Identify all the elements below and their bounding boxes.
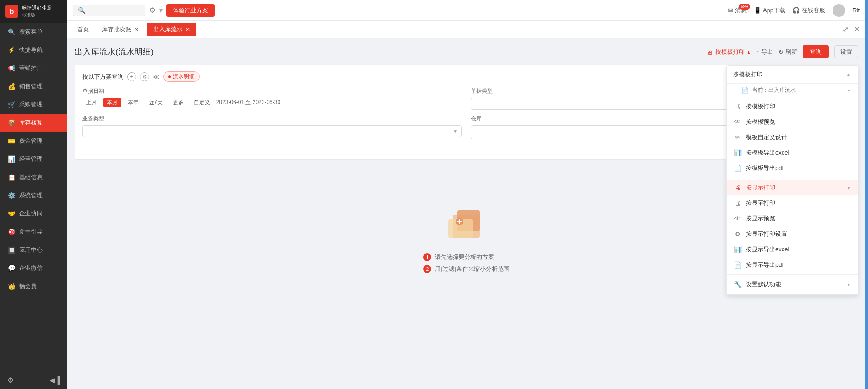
tab-close-icon[interactable]: ✕ xyxy=(185,26,190,33)
sidebar-item-label: 新手引导 xyxy=(19,228,43,236)
filter-tag[interactable]: 流水明细 xyxy=(163,71,200,82)
tag-dot xyxy=(168,75,171,78)
sidebar-item-search[interactable]: 🔍 搜索菜单 xyxy=(0,23,67,41)
tab-batch[interactable]: 库存批次账 ✕ xyxy=(95,23,145,36)
item-label: 按模板预览 xyxy=(746,118,775,126)
date-7days-btn[interactable]: 近7天 xyxy=(145,98,166,107)
gear-icon[interactable]: ⚙ xyxy=(149,6,155,15)
export-btn[interactable]: ↑ 导出 xyxy=(757,48,773,56)
avatar[interactable] xyxy=(833,4,845,17)
filter-add-btn[interactable]: + xyxy=(127,72,136,81)
refresh-btn[interactable]: ↻ 刷新 xyxy=(778,48,797,56)
query-label: 查询 xyxy=(810,48,822,56)
display-preview-item[interactable]: 👁 按显示预览 xyxy=(727,211,858,226)
sidebar-item-label: 经营管理 xyxy=(19,155,43,163)
sidebar-item-marketing[interactable]: 📢 营销推广 xyxy=(0,59,67,77)
purchase-icon: 🛒 xyxy=(7,100,15,109)
settings-icon[interactable]: ⚙ xyxy=(7,376,14,384)
search-box[interactable]: 🔍 xyxy=(73,5,145,16)
sidebar-item-quicknav[interactable]: ⚡ 快捷导航 xyxy=(0,41,67,59)
date-custom-btn[interactable]: 自定义 xyxy=(190,98,214,107)
chevron-down-icon: ▾ xyxy=(454,128,457,135)
pdf-icon: 📄 xyxy=(734,165,741,172)
date-year-btn[interactable]: 本年 xyxy=(124,98,142,107)
template-excel-item[interactable]: 📊 按模板导出excel xyxy=(727,145,858,160)
empty-step-1: 1 请先选择要分析的方案 xyxy=(423,251,509,263)
settings-btn[interactable]: 设置 xyxy=(834,45,858,58)
sidebar-item-label: 搜索菜单 xyxy=(19,28,43,36)
collab-icon: 🤝 xyxy=(7,209,15,218)
chevron-up-icon[interactable]: ▲ xyxy=(846,71,851,78)
biz-type-select[interactable]: ▾ xyxy=(82,125,462,137)
sidebar-item-label: 畅会员 xyxy=(19,282,37,290)
filter-collapse-icon[interactable]: ≪ xyxy=(153,73,160,80)
message-icon: ✉ xyxy=(728,7,733,14)
wechat-icon: 💬 xyxy=(7,264,15,272)
sidebar-item-inventory[interactable]: 📦 库存核算 xyxy=(0,114,67,132)
display-print-item[interactable]: 🖨 按显示打印 xyxy=(727,195,858,211)
sidebar-item-member[interactable]: 👑 畅会员 xyxy=(0,277,67,295)
print-icon: 🖨 xyxy=(734,103,741,110)
item-label: 按模板打印 xyxy=(746,102,775,110)
sidebar-item-wechat[interactable]: 💬 企业微信 xyxy=(0,259,67,277)
template-preview-item[interactable]: 👁 按模板预览 xyxy=(727,114,858,130)
filter-setting-btn[interactable]: ⚙ xyxy=(140,72,149,81)
display-print-group-item[interactable]: 🖨 按显示打印 ▾ xyxy=(727,180,858,195)
collapse-icon[interactable]: ◀▐ xyxy=(50,376,60,384)
basic-icon: 📋 xyxy=(7,173,15,181)
sidebar-item-finance[interactable]: 💳 资金管理 xyxy=(0,132,67,150)
step-2-text: 用[过滤]条件来缩小分析范围 xyxy=(435,263,509,275)
export-icon: ↑ xyxy=(757,49,760,55)
template-custom-item[interactable]: ✏ 模板自定义设计 xyxy=(727,130,858,145)
display-settings-item[interactable]: ⚙ 按显示打印设置 xyxy=(727,226,858,242)
close-tab-icon[interactable]: ✕ xyxy=(854,25,860,34)
page-title: 出入库流水(流水明细) xyxy=(75,46,154,57)
sidebar-item-sales[interactable]: 💰 销售管理 xyxy=(0,77,67,95)
topbar: 🔍 ⚙ ▾ 体验行业方案 ✉ 消息 99+ 📱 App下载 🎧 在线客服 Rit xyxy=(67,0,865,21)
sidebar-item-operation[interactable]: 📊 经营管理 xyxy=(0,150,67,168)
query-btn[interactable]: 查询 xyxy=(803,45,829,58)
chevron-right-icon: ▸ xyxy=(848,87,850,93)
date-prev-month-btn[interactable]: 上月 xyxy=(82,98,100,107)
date-cur-month-btn[interactable]: 本月 xyxy=(103,98,121,107)
empty-step-2: 2 用[过滤]条件来缩小分析范围 xyxy=(423,263,509,275)
sidebar-item-purchase[interactable]: 🛒 采购管理 xyxy=(0,95,67,114)
print-btn[interactable]: 🖨 按模板打印 ▲ xyxy=(708,48,751,56)
sidebar-item-guide[interactable]: 🎯 新手引导 xyxy=(0,223,67,241)
print-icon: 🖨 xyxy=(734,199,741,207)
tag-label: 流水明细 xyxy=(173,73,195,80)
sidebar-nav: 🔍 搜索菜单 ⚡ 快捷导航 📢 营销推广 💰 销售管理 🛒 采购管理 📦 库存核… xyxy=(0,23,67,371)
maximize-icon[interactable]: ⤢ xyxy=(843,25,848,34)
sidebar-item-basic[interactable]: 📋 基础信息 xyxy=(0,168,67,186)
sidebar-item-appcenter[interactable]: 🔲 应用中心 xyxy=(0,241,67,259)
tab-close-icon[interactable]: ✕ xyxy=(134,26,139,33)
display-excel-item[interactable]: 📊 按显示导出excel xyxy=(727,242,858,257)
current-label-text: 当前：出入库流水 xyxy=(752,86,796,94)
template-print-item[interactable]: 🖨 按模板打印 xyxy=(727,99,858,114)
message-btn[interactable]: ✉ 消息 99+ xyxy=(728,6,747,15)
sidebar: b 畅捷通好生意 标准版 🔍 搜索菜单 ⚡ 快捷导航 📢 营销推广 💰 销售管理… xyxy=(0,0,67,389)
dropdown-header: 按模板打印 ▲ xyxy=(727,66,858,84)
trial-btn[interactable]: 体验行业方案 xyxy=(166,4,215,17)
username[interactable]: Rit xyxy=(853,7,860,14)
tab-flow[interactable]: 出入库流水 ✕ xyxy=(147,23,196,36)
date-more-btn[interactable]: 更多 xyxy=(169,98,187,107)
item-label: 按显示打印 xyxy=(746,184,775,192)
service-btn[interactable]: 🎧 在线客服 xyxy=(793,6,825,15)
search-input[interactable] xyxy=(87,7,137,14)
sidebar-item-system[interactable]: ⚙️ 系统管理 xyxy=(0,186,67,204)
chevron-down-icon[interactable]: ▾ xyxy=(159,6,163,15)
item-label: 设置默认功能 xyxy=(746,280,781,289)
sidebar-item-collab[interactable]: 🤝 企业协同 xyxy=(0,204,67,223)
biz-type-label: 业务类型 xyxy=(82,115,462,123)
inventory-icon: 📦 xyxy=(7,119,15,127)
sidebar-item-label: 快捷导航 xyxy=(19,46,43,54)
sidebar-item-label: 采购管理 xyxy=(19,100,43,109)
display-pdf-item[interactable]: 📄 按显示导出pdf xyxy=(727,257,858,273)
template-pdf-item[interactable]: 📄 按模板导出pdf xyxy=(727,160,858,176)
eye-icon: 👁 xyxy=(734,118,741,125)
tab-label: 库存批次账 xyxy=(102,25,131,34)
tab-home[interactable]: 首页 xyxy=(73,23,94,36)
set-default-item[interactable]: 🔧 设置默认功能 ▾ xyxy=(727,277,858,292)
app-download-btn[interactable]: 📱 App下载 xyxy=(754,6,785,15)
